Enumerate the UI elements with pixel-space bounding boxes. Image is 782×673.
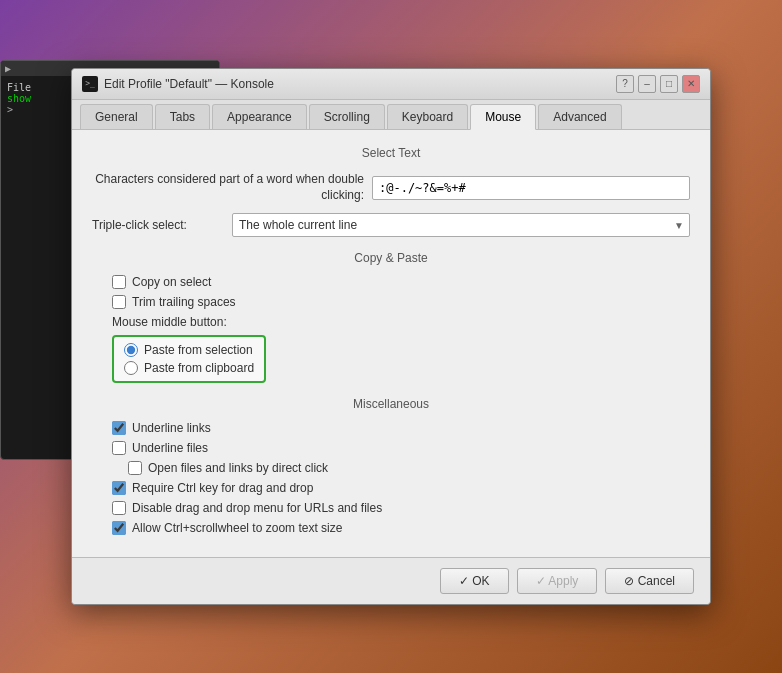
- help-button[interactable]: ?: [616, 75, 634, 93]
- underline-links-checkbox[interactable]: [112, 421, 126, 435]
- dialog-footer: ✓ OK ✓ Apply ⊘ Cancel: [72, 557, 710, 604]
- triple-click-label: Triple-click select:: [92, 218, 232, 232]
- dialog-content: Select Text Characters considered part o…: [72, 130, 710, 557]
- underline-files-row: Underline files: [92, 441, 690, 455]
- mouse-middle-label: Mouse middle button:: [92, 315, 690, 329]
- disable-drag-row: Disable drag and drop menu for URLs and …: [92, 501, 690, 515]
- allow-ctrl-scroll-row: Allow Ctrl+scrollwheel to zoom text size: [92, 521, 690, 535]
- paste-from-clipboard-radio[interactable]: [124, 361, 138, 375]
- copy-on-select-label[interactable]: Copy on select: [132, 275, 211, 289]
- open-files-label[interactable]: Open files and links by direct click: [148, 461, 328, 475]
- disable-drag-checkbox[interactable]: [112, 501, 126, 515]
- copy-on-select-checkbox[interactable]: [112, 275, 126, 289]
- tab-general[interactable]: General: [80, 104, 153, 129]
- shade-button[interactable]: –: [638, 75, 656, 93]
- close-button[interactable]: ✕: [682, 75, 700, 93]
- tab-keyboard[interactable]: Keyboard: [387, 104, 468, 129]
- require-ctrl-label[interactable]: Require Ctrl key for drag and drop: [132, 481, 313, 495]
- char-word-input[interactable]: [372, 176, 690, 200]
- underline-links-row: Underline links: [92, 421, 690, 435]
- miscellaneous-title: Miscellaneous: [92, 397, 690, 411]
- maximize-button[interactable]: □: [660, 75, 678, 93]
- char-word-row: Characters considered part of a word whe…: [92, 172, 690, 203]
- edit-profile-dialog: >_ Edit Profile "Default" — Konsole ? – …: [71, 68, 711, 605]
- paste-from-selection-radio[interactable]: [124, 343, 138, 357]
- open-files-row: Open files and links by direct click: [92, 461, 690, 475]
- select-text-title: Select Text: [92, 146, 690, 160]
- trim-trailing-checkbox[interactable]: [112, 295, 126, 309]
- apply-button[interactable]: ✓ Apply: [517, 568, 598, 594]
- underline-links-label[interactable]: Underline links: [132, 421, 211, 435]
- require-ctrl-row: Require Ctrl key for drag and drop: [92, 481, 690, 495]
- trim-trailing-label[interactable]: Trim trailing spaces: [132, 295, 236, 309]
- cancel-button[interactable]: ⊘ Cancel: [605, 568, 694, 594]
- ok-button[interactable]: ✓ OK: [440, 568, 509, 594]
- copy-paste-title: Copy & Paste: [92, 251, 690, 265]
- tab-mouse[interactable]: Mouse: [470, 104, 536, 130]
- tab-advanced[interactable]: Advanced: [538, 104, 621, 129]
- require-ctrl-checkbox[interactable]: [112, 481, 126, 495]
- terminal-prompt-icon: ▶: [5, 63, 11, 74]
- paste-from-selection-label[interactable]: Paste from selection: [144, 343, 253, 357]
- titlebar-controls: ? – □ ✕: [616, 75, 700, 93]
- triple-click-row: Triple-click select: The whole current l…: [92, 213, 690, 237]
- konsole-icon: >_: [82, 76, 98, 92]
- triple-click-select[interactable]: The whole current line From click to end…: [232, 213, 690, 237]
- tabs-bar: General Tabs Appearance Scrolling Keyboa…: [72, 100, 710, 130]
- paste-from-clipboard-label[interactable]: Paste from clipboard: [144, 361, 254, 375]
- paste-from-clipboard-row: Paste from clipboard: [124, 361, 254, 375]
- char-word-label: Characters considered part of a word whe…: [92, 172, 372, 203]
- dialog-title: Edit Profile "Default" — Konsole: [104, 77, 274, 91]
- underline-files-checkbox[interactable]: [112, 441, 126, 455]
- allow-ctrl-scroll-label[interactable]: Allow Ctrl+scrollwheel to zoom text size: [132, 521, 342, 535]
- open-files-checkbox[interactable]: [128, 461, 142, 475]
- titlebar-left: >_ Edit Profile "Default" — Konsole: [82, 76, 274, 92]
- dialog-titlebar: >_ Edit Profile "Default" — Konsole ? – …: [72, 69, 710, 100]
- underline-files-label[interactable]: Underline files: [132, 441, 208, 455]
- triple-click-select-wrap: The whole current line From click to end…: [232, 213, 690, 237]
- mouse-middle-radio-group: Paste from selection Paste from clipboar…: [112, 335, 266, 383]
- tab-scrolling[interactable]: Scrolling: [309, 104, 385, 129]
- paste-from-selection-row: Paste from selection: [124, 343, 254, 357]
- allow-ctrl-scroll-checkbox[interactable]: [112, 521, 126, 535]
- disable-drag-label[interactable]: Disable drag and drop menu for URLs and …: [132, 501, 382, 515]
- miscellaneous-section: Miscellaneous Underline links Underline …: [92, 397, 690, 535]
- tab-tabs[interactable]: Tabs: [155, 104, 210, 129]
- copy-on-select-row: Copy on select: [92, 275, 690, 289]
- tab-appearance[interactable]: Appearance: [212, 104, 307, 129]
- trim-trailing-row: Trim trailing spaces: [92, 295, 690, 309]
